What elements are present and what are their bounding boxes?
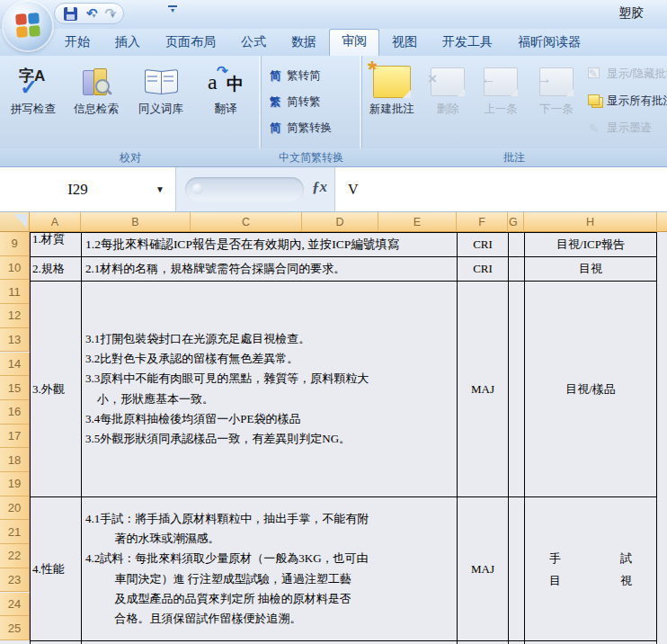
ribbon-tab-0[interactable]: 开始 — [52, 30, 102, 56]
row-header-23[interactable]: 23 — [0, 568, 30, 593]
row-header-16[interactable]: 16 — [0, 400, 30, 425]
delete-comment-icon: × — [431, 67, 465, 96]
select-all-corner-icon — [13, 214, 27, 228]
row-header-15[interactable]: 15 — [0, 376, 30, 400]
new-comment-button[interactable]: * 新建批注 — [364, 61, 420, 144]
formula-input[interactable]: V — [334, 167, 667, 211]
formula-bar-divider — [185, 177, 304, 201]
cell-g10[interactable] — [508, 256, 524, 281]
cell-g26[interactable] — [508, 640, 524, 644]
name-box[interactable]: I29 ▼ — [0, 167, 176, 211]
redo-button[interactable]: ↷▾ — [105, 5, 115, 22]
simp-to-trad-button[interactable]: 繁 简转繁 — [268, 91, 332, 112]
row-header-25[interactable]: 25 — [0, 616, 30, 640]
cell-g9[interactable] — [508, 232, 524, 256]
row-header-20[interactable]: 20 — [0, 496, 30, 521]
column-header-G[interactable]: G — [508, 212, 524, 232]
cell-b11-19[interactable]: 3.1打開包裝袋封口在光源充足處目視檢查。 3.2比對色卡及承認的留樣有無色差異… — [81, 281, 457, 496]
row-header-14[interactable]: 14 — [0, 353, 30, 377]
row-header-11[interactable]: 11 — [0, 280, 30, 304]
spark-icon: * — [368, 56, 377, 84]
ribbon-tab-6[interactable]: 视图 — [379, 30, 430, 56]
ribbon-tab-4[interactable]: 数据 — [279, 30, 329, 56]
insert-function-button[interactable]: ƒx — [312, 178, 327, 196]
cell-h9[interactable]: 目視/ICP報告 — [524, 232, 657, 256]
cell-f9[interactable]: CRI — [457, 232, 508, 256]
row-header-19[interactable]: 19 — [0, 472, 30, 496]
undo-button[interactable]: ↶▾ — [86, 5, 96, 22]
cell-a20-25[interactable]: 4.性能 — [30, 496, 81, 640]
column-header-H[interactable]: H — [524, 212, 657, 232]
cell-a9[interactable]: 1.材質 — [30, 232, 81, 256]
save-icon[interactable] — [64, 7, 77, 21]
show-ink-icon: ✎ — [588, 121, 602, 134]
cell-a10[interactable]: 2.規格 — [30, 256, 81, 281]
next-comment-label: 下一条 — [530, 103, 583, 116]
row-header-9[interactable]: 9 — [0, 232, 30, 256]
row-header-13[interactable]: 13 — [0, 328, 30, 353]
trad-to-simp-icon: 简 — [268, 68, 282, 83]
cell-b9[interactable]: 1.2每批來料確認ICP報告是否在有效期內, 並按ICP編號填寫 — [81, 232, 457, 256]
column-header-F[interactable]: F — [457, 212, 508, 232]
ribbon-tab-1[interactable]: 插入 — [102, 30, 153, 56]
cell-b20-25[interactable]: 4.1手試：將手插入原材料顆粒中，抽出手掌，不能有附 著的水珠或潮濕感。 4.2… — [81, 496, 457, 640]
translate-icon: a↷中 — [208, 67, 244, 97]
ribbon-tab-2[interactable]: 页面布局 — [153, 30, 228, 56]
show-hide-comment-label: 显示/隐藏批注 — [607, 67, 667, 82]
row-header-18[interactable]: 18 — [0, 448, 30, 472]
column-header-E[interactable]: E — [378, 212, 457, 232]
cell-a11-19[interactable]: 3.外觀 — [30, 281, 81, 496]
column-header-B[interactable]: B — [81, 212, 191, 232]
convert-icon: 简 — [268, 121, 282, 135]
ribbon-tab-row: 开始插入页面布局公式数据审阅视图开发工具福昕阅读器 — [0, 29, 667, 56]
cell-h10[interactable]: 目視 — [524, 256, 657, 281]
cell-f11-19[interactable]: MAJ — [457, 281, 508, 496]
previous-comment-icon: ← — [484, 67, 518, 96]
show-ink-label: 显示墨迹 — [607, 121, 652, 136]
row-header-12[interactable]: 12 — [0, 304, 30, 328]
row-header-17[interactable]: 17 — [0, 425, 30, 449]
cell-f20-25[interactable]: MAJ — [457, 496, 508, 640]
office-button[interactable] — [4, 2, 52, 50]
cell-g11-19[interactable] — [508, 281, 524, 496]
trad-to-simp-button[interactable]: 简 繁转简 — [268, 65, 332, 86]
name-box-dropdown-icon[interactable]: ▼ — [156, 184, 175, 194]
research-button[interactable]: 信息检索 — [67, 61, 126, 144]
row-header-22[interactable]: 22 — [0, 544, 30, 568]
ribbon-tab-8[interactable]: 福昕阅读器 — [505, 30, 593, 56]
ribbon-tab-7[interactable]: 开发工具 — [430, 30, 505, 56]
cell-b26[interactable] — [81, 640, 457, 644]
ribbon-tab-3[interactable]: 公式 — [228, 30, 279, 56]
cell-f10[interactable]: CRI — [457, 256, 508, 281]
spell-check-icon: 字A✓ — [17, 66, 49, 98]
spell-check-button[interactable]: 字A✓ 拼写检查 — [4, 61, 63, 144]
show-all-comments-icon — [588, 94, 602, 107]
column-header-C[interactable]: C — [191, 212, 302, 232]
ribbon-tab-5[interactable]: 审阅 — [329, 29, 379, 56]
column-header-A[interactable]: A — [30, 212, 81, 232]
thesaurus-button[interactable]: 同义词库 — [131, 61, 191, 144]
show-all-comments-button[interactable]: 显示所有批注 — [588, 90, 667, 112]
cell-f26[interactable] — [457, 640, 508, 644]
name-box-value: I29 — [0, 181, 156, 199]
next-comment-icon: → — [539, 67, 574, 96]
row-header-21[interactable]: 21 — [0, 520, 30, 544]
translate-button[interactable]: a↷中 翻译 — [196, 61, 255, 144]
cell-a26[interactable] — [30, 640, 81, 644]
redo-dropdown-icon: ▾ — [111, 12, 114, 20]
cell-h20-25[interactable]: 手試 目視 — [524, 496, 657, 640]
research-label: 信息检索 — [67, 103, 126, 116]
cell-g20-25[interactable] — [508, 496, 524, 640]
select-all-button[interactable] — [0, 212, 30, 232]
sheet: ABCDEFGH 9101112131415161718192021222324… — [0, 212, 667, 644]
row-header-10[interactable]: 10 — [0, 256, 30, 281]
cell-h26[interactable] — [524, 640, 657, 644]
row-header-24[interactable]: 24 — [0, 593, 30, 617]
office-logo-icon — [15, 13, 40, 38]
show-all-comments-label: 显示所有批注 — [607, 94, 667, 109]
cell-b10[interactable]: 2.1材料的名稱，規格牌號需符合採購合同的要求。 — [81, 256, 457, 281]
column-header-D[interactable]: D — [302, 212, 378, 232]
cell-h11-19[interactable]: 目視/樣品 — [524, 281, 657, 496]
convert-button[interactable]: 简 简繁转换 — [268, 117, 332, 139]
customize-qat-button[interactable]: ▾ — [167, 5, 178, 13]
